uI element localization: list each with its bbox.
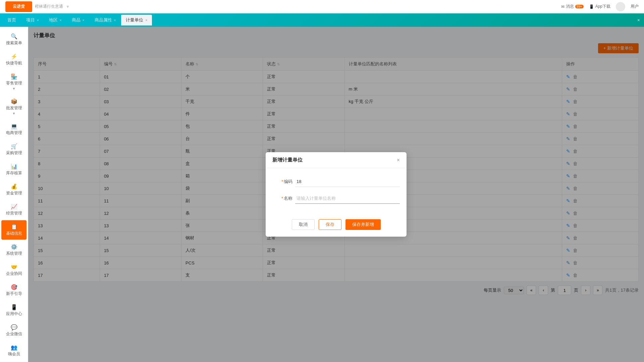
sidebar-item-app-center[interactable]: 📱 应用中心 [1, 301, 26, 320]
tab-region[interactable]: 地区 × [44, 15, 66, 25]
sidebar-item-agreement[interactable]: 🤝 企业协同 [1, 260, 26, 280]
tab-product-label: 商品 [72, 17, 80, 23]
sidebar-label-operation: 经营管理 [6, 211, 22, 216]
modal-footer: 取消 保存 保存并新增 [266, 215, 407, 237]
tab-home-label: 首页 [7, 17, 16, 23]
tab-attr-label: 商品属性 [95, 17, 112, 23]
sidebar-item-member[interactable]: 👥 嗨会员 [1, 341, 26, 360]
tab-project[interactable]: 项目 × [21, 15, 44, 25]
sidebar-item-finance[interactable]: 💰 资金管理 [1, 180, 26, 199]
content-area: 计量单位 + 新增计量单位 序号 编号⇅ 名称⇅ 状态⇅ 计量单位匹配的名称列表… [28, 27, 644, 362]
sidebar-label-app-center: 应用中心 [6, 311, 22, 316]
code-label: *编码 [272, 179, 292, 185]
sidebar-label-finance: 资金管理 [6, 191, 22, 195]
message-btn[interactable]: ✉ 消息 99+ [561, 4, 584, 9]
tab-attr[interactable]: 商品属性 × [90, 15, 121, 25]
code-input[interactable] [295, 176, 400, 187]
sidebar-label-ecommerce: 电商管理 [6, 130, 22, 135]
wholesale-icon: 📦 [4, 98, 24, 105]
header-right: ✉ 消息 99+ 📱 App下载 用户 [561, 2, 639, 11]
app-center-icon: 📱 [4, 304, 24, 310]
retail-arrow-icon: ▼ [12, 87, 16, 90]
sidebar-label-inventory: 库存核算 [6, 171, 22, 175]
cancel-button[interactable]: 取消 [292, 219, 315, 230]
header-dropdown-icon[interactable]: ▼ [66, 4, 70, 9]
tab-region-close[interactable]: × [60, 18, 62, 22]
sidebar-item-operation[interactable]: 📈 经营管理 [1, 200, 26, 220]
form-row-name: *名称 [272, 193, 400, 204]
quick-nav-icon: ⚡ [4, 53, 24, 60]
user-name: 用户 [631, 4, 639, 9]
system-icon: ⚙️ [4, 244, 24, 250]
modal-dialog: 新增计量单位 × *编码 *名称 [266, 152, 407, 237]
tab-unit-label: 计量单位 [126, 17, 143, 23]
app-logo: 云进货 [5, 1, 32, 12]
modal-body: *编码 *名称 [266, 168, 407, 215]
modal-title: 新增计量单位 [272, 157, 303, 163]
sidebar-label-newbie: 新手引导 [6, 291, 22, 296]
sidebar-label-enterprise: 企业微信 [6, 331, 22, 336]
sidebar-item-retail[interactable]: 🏪 零售管理 ▼ [1, 70, 26, 94]
tab-product[interactable]: 商品 × [67, 15, 89, 25]
message-label: 消息 [566, 4, 574, 9]
tab-attr-close[interactable]: × [114, 18, 116, 22]
enterprise-icon: 💬 [4, 324, 24, 330]
agreement-icon: 🤝 [4, 264, 24, 270]
sidebar-item-basic-info[interactable]: 📋 基础信息 [1, 220, 26, 240]
basic-info-icon: 📋 [4, 224, 24, 230]
newbie-icon: 🎯 [4, 284, 24, 290]
tab-home[interactable]: 首页 [3, 15, 21, 25]
finance-icon: 💰 [4, 183, 24, 190]
sidebar-item-system[interactable]: ⚙️ 系统管理 [1, 240, 26, 260]
save-button[interactable]: 保存 [319, 219, 341, 230]
top-header: 云进货 橙林通行生意通 ▼ ✉ 消息 99+ 📱 App下载 用户 [0, 0, 644, 13]
sidebar-item-quick-nav[interactable]: ⚡ 快捷导航 [1, 50, 26, 69]
logo-area: 云进货 橙林通行生意通 ▼ [5, 1, 70, 12]
purchase-icon: 🛒 [4, 143, 24, 149]
sidebar-label-quick: 快捷导航 [6, 61, 22, 65]
tab-unit-close[interactable]: × [145, 18, 147, 22]
sidebar-label-wholesale: 批发管理 [6, 106, 22, 110]
sidebar-label-agreement: 企业协同 [6, 271, 22, 276]
tab-region-label: 地区 [49, 17, 58, 23]
modal-header: 新增计量单位 × [266, 152, 407, 168]
tab-project-close[interactable]: × [37, 18, 39, 22]
form-row-code: *编码 [272, 176, 400, 187]
sidebar-item-purchase[interactable]: 🛒 采购管理 [1, 140, 26, 159]
message-icon: ✉ [561, 4, 565, 9]
inventory-icon: 📊 [4, 163, 24, 170]
app-download-label: App下载 [595, 4, 610, 9]
sidebar-item-enterprise[interactable]: 💬 企业微信 [1, 321, 26, 340]
operation-icon: 📈 [4, 203, 24, 210]
modal-close-btn[interactable]: × [397, 157, 400, 163]
sidebar-item-wholesale[interactable]: 📦 批发管理 ▼ [1, 95, 26, 119]
sidebar-label-retail: 零售管理 [6, 81, 22, 85]
ecommerce-icon: 💻 [4, 123, 24, 129]
tab-bar: 首页 项目 × 地区 × 商品 × 商品属性 × 计量单位 × × [0, 13, 644, 27]
save-new-button[interactable]: 保存并新增 [345, 219, 381, 230]
message-badge: 99+ [575, 5, 584, 8]
wholesale-arrow-icon: ▼ [12, 112, 16, 115]
sidebar-label-member: 嗨会员 [8, 352, 20, 356]
app-name: 橙林通行生意通 [35, 4, 63, 9]
sidebar-label-basic-info: 基础信息 [6, 231, 22, 236]
name-label: *名称 [272, 195, 292, 201]
sidebar: 🔍 搜索菜单 ⚡ 快捷导航 🏪 零售管理 ▼ 📦 批发管理 ▼ 💻 电商管理 🛒… [0, 27, 28, 362]
sidebar-label-purchase: 采购管理 [6, 150, 22, 155]
retail-icon: 🏪 [4, 73, 24, 80]
modal-overlay: 新增计量单位 × *编码 *名称 [28, 27, 644, 362]
sidebar-item-ecommerce[interactable]: 💻 电商管理 [1, 120, 26, 139]
search-icon: 🔍 [4, 33, 24, 40]
avatar[interactable] [616, 2, 625, 11]
app-download-btn[interactable]: 📱 App下载 [589, 4, 610, 9]
sidebar-item-newbie[interactable]: 🎯 新手引导 [1, 281, 26, 300]
name-input[interactable] [295, 193, 400, 204]
sidebar-label-search: 搜索菜单 [6, 41, 22, 45]
sidebar-item-search-menu[interactable]: 🔍 搜索菜单 [1, 30, 26, 49]
sidebar-item-inventory[interactable]: 📊 库存核算 [1, 160, 26, 179]
tab-bar-close-btn[interactable]: × [637, 17, 640, 23]
tab-project-label: 项目 [26, 17, 35, 23]
tab-unit[interactable]: 计量单位 × [121, 15, 152, 25]
main-layout: 🔍 搜索菜单 ⚡ 快捷导航 🏪 零售管理 ▼ 📦 批发管理 ▼ 💻 电商管理 🛒… [0, 27, 644, 362]
tab-product-close[interactable]: × [83, 18, 85, 22]
